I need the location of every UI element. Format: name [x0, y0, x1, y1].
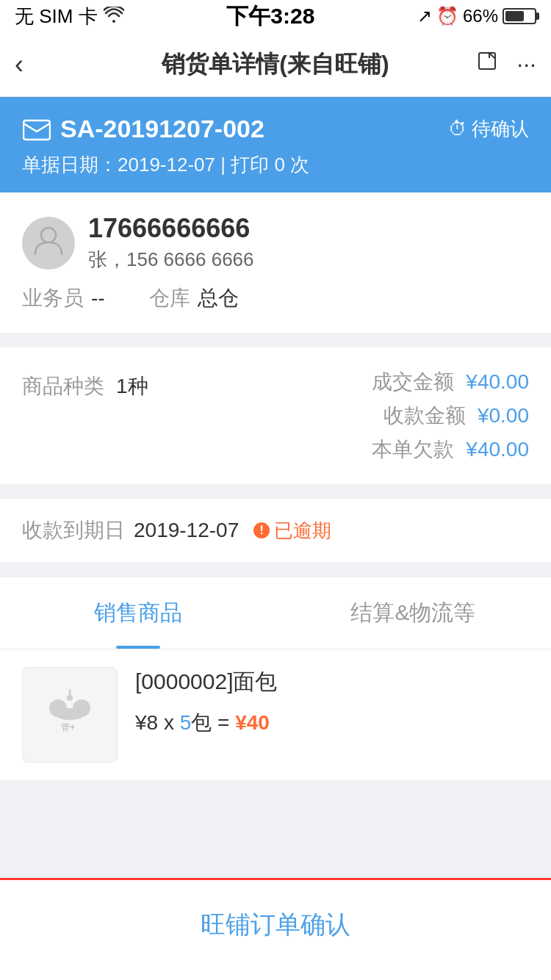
customer-name: 张，156 6666 6666	[88, 247, 254, 273]
wifi-icon	[104, 5, 124, 28]
status-clock-icon: ⏱	[448, 118, 467, 140]
salesperson-value: --	[91, 287, 105, 310]
amounts-list: 成交金额 ¥40.00 收款金额 ¥0.00 本单欠款 ¥40.00	[372, 368, 529, 464]
warehouse-field: 仓库 总仓	[149, 284, 239, 312]
tab-sales-products-label: 销售商品	[94, 600, 182, 624]
back-button[interactable]: ‹	[7, 42, 31, 87]
amount-label-1: 收款金额	[383, 402, 466, 430]
summary-section: 商品种类 1种 成交金额 ¥40.00 收款金额 ¥0.00 本单欠款 ¥40.…	[0, 347, 551, 484]
amount-value-0: ¥40.00	[466, 370, 529, 394]
svg-point-3	[41, 228, 56, 242]
salesperson-field: 业务员 --	[22, 284, 105, 312]
divider-2	[0, 491, 551, 499]
tabs-section: 销售商品 结算&物流等 管+ [0000002]面包 ¥8 x 5包 =	[0, 577, 551, 780]
product-types-value: 1种	[116, 372, 148, 400]
customer-top: 17666666666 张，156 6666 6666	[22, 213, 529, 273]
product-price-row: ¥8 x 5包 = ¥40	[135, 709, 529, 737]
order-meta: 单据日期：2019-12-07 | 打印 0 次	[22, 152, 529, 178]
product-item: 管+ [0000002]面包 ¥8 x 5包 = ¥40	[0, 649, 551, 780]
product-logo: 管+	[40, 689, 99, 741]
status-right: ↗ ⏰ 66%	[417, 6, 536, 26]
tabs-header: 销售商品 结算&物流等	[0, 577, 551, 649]
customer-phone: 17666666666	[88, 213, 254, 244]
customer-section: 17666666666 张，156 6666 6666 业务员 -- 仓库 总仓	[0, 192, 551, 333]
nav-right-icons: ···	[477, 51, 536, 79]
divider-3	[0, 570, 551, 577]
amount-label-2: 本单欠款	[372, 436, 454, 464]
order-number-text: SA-20191207-002	[60, 115, 264, 143]
order-number: SA-20191207-002	[22, 115, 264, 143]
status-left: 无 SIM 卡	[15, 4, 124, 29]
amount-value-1: ¥0.00	[478, 404, 529, 428]
tab-sales-products[interactable]: 销售商品	[0, 577, 276, 649]
price-label: ¥8 x	[135, 711, 180, 734]
overdue-badge: ! 已逾期	[253, 518, 331, 544]
price-equals: =	[212, 711, 235, 734]
salesperson-label: 业务员	[22, 284, 84, 312]
header-card-top: SA-20191207-002 ⏱ 待确认	[22, 115, 529, 143]
alarm-icon: ⏰	[436, 6, 458, 26]
page-title: 销货单详情(来自旺铺)	[162, 48, 389, 81]
product-types: 商品种类 1种	[22, 368, 148, 400]
order-status: ⏱ 待确认	[448, 116, 529, 142]
share-icon[interactable]	[477, 51, 499, 79]
svg-rect-2	[24, 120, 50, 140]
price-qty: 5	[180, 711, 192, 734]
customer-info: 17666666666 张，156 6666 6666	[88, 213, 254, 273]
price-unit: 包	[191, 711, 212, 734]
product-name: [0000002]面包	[135, 667, 529, 697]
status-bar: 无 SIM 卡 下午3:28 ↗ ⏰ 66%	[0, 0, 551, 32]
product-info: [0000002]面包 ¥8 x 5包 = ¥40	[135, 667, 529, 737]
battery-fill	[505, 11, 524, 21]
status-text: 待确认	[472, 116, 529, 142]
svg-point-6	[55, 708, 84, 720]
bottom-bar: 旺铺订单确认	[0, 878, 551, 980]
header-card: SA-20191207-002 ⏱ 待确认 单据日期：2019-12-07 | …	[0, 97, 551, 192]
battery-percent: 66%	[463, 6, 498, 26]
amount-value-2: ¥40.00	[466, 438, 529, 461]
avatar-icon	[32, 223, 65, 262]
due-date-section: 收款到期日 2019-12-07 ! 已逾期	[0, 499, 551, 563]
svg-point-8	[67, 695, 73, 701]
price-total: ¥40	[235, 711, 270, 734]
amount-row-1: 收款金额 ¥0.00	[383, 402, 529, 430]
due-date-value: 2019-12-07	[134, 519, 239, 542]
amount-row-0: 成交金额 ¥40.00	[372, 368, 529, 396]
due-date-label: 收款到期日	[22, 516, 125, 544]
status-time: 下午3:28	[226, 1, 314, 32]
customer-meta: 业务员 -- 仓库 总仓	[22, 284, 529, 312]
tab-settlement[interactable]: 结算&物流等	[276, 577, 551, 649]
warehouse-value: 总仓	[198, 284, 239, 312]
product-types-label: 商品种类	[22, 372, 104, 400]
amount-row-2: 本单欠款 ¥40.00	[372, 436, 529, 464]
amount-label-0: 成交金额	[372, 368, 454, 396]
divider-1	[0, 340, 551, 347]
location-icon: ↗	[417, 6, 432, 26]
svg-line-1	[489, 53, 494, 58]
nav-bar: ‹ 销货单详情(来自旺铺) ···	[0, 32, 551, 97]
svg-text:管+: 管+	[61, 722, 75, 732]
order-icon	[22, 117, 51, 142]
carrier-text: 无 SIM 卡	[15, 4, 98, 29]
warehouse-label: 仓库	[149, 284, 190, 312]
overdue-icon: !	[253, 522, 270, 538]
more-icon[interactable]: ···	[516, 51, 536, 78]
avatar	[22, 217, 75, 270]
battery-icon	[503, 8, 536, 24]
product-thumbnail: 管+	[22, 667, 118, 763]
tab-settlement-label: 结算&物流等	[350, 600, 475, 624]
confirm-order-button[interactable]: 旺铺订单确认	[22, 892, 529, 958]
overdue-text: 已逾期	[274, 518, 331, 544]
